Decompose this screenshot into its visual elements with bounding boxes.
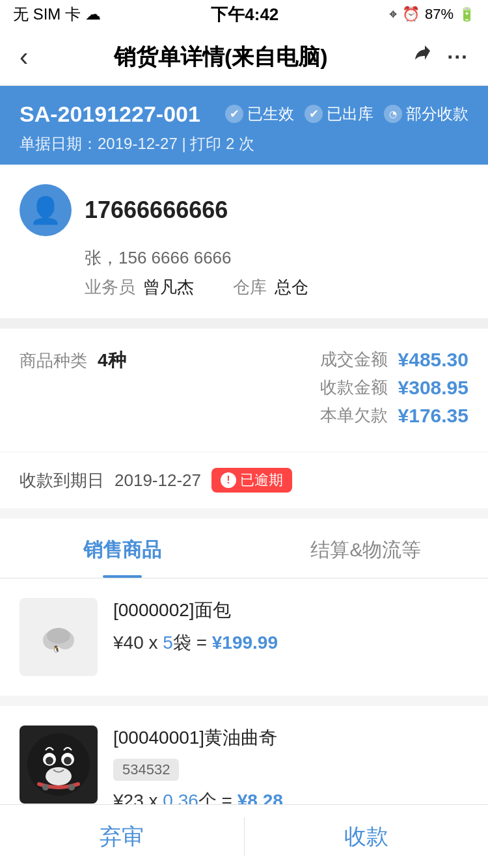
battery-icon: 🔋 (459, 7, 475, 22)
effective-icon: ✔ (225, 105, 243, 123)
doc-date: 单据日期：2019-12-27 | 打印 2 次 (20, 133, 468, 154)
salesperson-value: 曾凡杰 (143, 276, 194, 299)
avatar: 👤 (20, 184, 72, 236)
owed-amount-label: 本单欠款 (320, 404, 388, 427)
product-types-label: 商品种类 (20, 349, 87, 372)
deal-amount-value: ¥485.30 (398, 349, 468, 371)
tabs-row: 销售商品 结算&物流等 (0, 519, 488, 578)
status-time: 下午4:42 (211, 3, 278, 26)
partial-icon: ◔ (384, 105, 402, 123)
nav-right: ··· (413, 44, 468, 70)
due-date-value: 2019-12-27 (115, 470, 201, 491)
tabs-section: 销售商品 结算&物流等 (0, 519, 488, 578)
warehouse-label: 仓库 (233, 276, 267, 299)
received-amount-label: 收款金额 (320, 376, 388, 399)
location-icon: ⌖ (389, 6, 397, 23)
nav-bar: ‹ 销货单详情(来自电脑) ··· (0, 29, 488, 86)
product-info-bread: [0000002]面包 ¥40 x 5袋 = ¥199.99 (113, 598, 468, 655)
status-right: ⌖ ⏰ 87% 🔋 (389, 6, 475, 23)
back-button[interactable]: ‹ (20, 42, 28, 72)
partial-label: 部分收款 (406, 103, 468, 124)
due-date-section: 收款到期日 2019-12-27 ! 已逾期 (0, 452, 488, 508)
overdue-icon: ! (221, 472, 236, 488)
svg-point-7 (46, 757, 53, 765)
svg-text:🐧: 🐧 (52, 645, 61, 653)
customer-contact: 张，156 6666 6666 (20, 247, 468, 269)
status-badges: ✔ 已生效 ✔ 已出库 ◔ 部分收款 (225, 103, 468, 124)
owed-amount-row: 本单欠款 ¥176.35 (244, 404, 468, 427)
product-price-bread: ¥40 x 5袋 = ¥199.99 (113, 631, 468, 655)
collect-button[interactable]: 收款 (245, 805, 489, 868)
order-id: SA-20191227-001 (20, 102, 200, 127)
customer-row: 👤 17666666666 (20, 184, 468, 236)
badge-effective: ✔ 已生效 (225, 103, 294, 124)
product-name-cookie: [00040001]黄油曲奇 (113, 726, 468, 750)
tab-settlement[interactable]: 结算&物流等 (244, 519, 488, 578)
warehouse-info: 仓库 总仓 (233, 276, 308, 299)
tab-settlement-label: 结算&物流等 (310, 539, 421, 560)
salesperson-label: 业务员 (85, 276, 135, 299)
divider-1 (0, 318, 488, 329)
product-image-bread: 🐧 (20, 598, 98, 676)
header-banner: SA-20191227-001 ✔ 已生效 ✔ 已出库 ◔ 部分收款 单据日期：… (0, 86, 488, 165)
customer-name: 17666666666 (85, 197, 228, 224)
badge-partial: ◔ 部分收款 (384, 103, 468, 124)
svg-point-11 (68, 784, 75, 791)
product-image-cookie (20, 726, 98, 804)
status-left: 无 SIM 卡 ☁ (13, 4, 101, 25)
deal-amount-label: 成交金额 (320, 348, 388, 371)
nav-title: 销货单详情(来自电脑) (114, 42, 328, 72)
summary-section: 商品种类 4种 成交金额 ¥485.30 收款金额 ¥308.95 本单欠款 ¥… (0, 329, 488, 452)
effective-label: 已生效 (247, 103, 294, 124)
bottom-toolbar: 弃审 收款 (0, 804, 488, 868)
warehouse-value: 总仓 (275, 276, 308, 299)
reject-button[interactable]: 弃审 (0, 805, 244, 868)
product-info-cookie: [00040001]黄油曲奇 534532 ¥23 x 0.36个 = ¥8.2… (113, 726, 468, 813)
battery-status: 87% (425, 6, 454, 23)
avatar-icon: 👤 (29, 195, 62, 226)
overdue-text: 已逾期 (240, 470, 283, 490)
status-bar: 无 SIM 卡 ☁ 下午4:42 ⌖ ⏰ 87% 🔋 (0, 0, 488, 29)
sim-status: 无 SIM 卡 ☁ (13, 4, 101, 25)
deal-amount-row: 成交金额 ¥485.30 (244, 348, 468, 371)
due-date-label: 收款到期日 (20, 469, 104, 492)
product-name-bread: [0000002]面包 (113, 598, 468, 623)
nav-left: ‹ (20, 42, 28, 72)
badge-shipped: ✔ 已出库 (305, 103, 373, 124)
product-list: 🐧 [0000002]面包 ¥40 x 5袋 = ¥199.99 (0, 578, 488, 833)
svg-point-9 (46, 767, 72, 785)
product-item: 🐧 [0000002]面包 ¥40 x 5袋 = ¥199.99 (0, 578, 488, 696)
summary-left: 商品种类 4种 (20, 348, 244, 373)
shipped-icon: ✔ (305, 105, 323, 123)
overdue-badge: ! 已逾期 (211, 468, 292, 493)
owed-amount-value: ¥176.35 (398, 405, 468, 427)
received-amount-value: ¥308.95 (398, 377, 468, 399)
customer-section: 👤 17666666666 张，156 6666 6666 业务员 曾凡杰 仓库… (0, 165, 488, 318)
tab-sales-label: 销售商品 (83, 539, 161, 560)
tab-sales-products[interactable]: 销售商品 (0, 519, 244, 578)
received-amount-row: 收款金额 ¥308.95 (244, 376, 468, 399)
more-button[interactable]: ··· (447, 45, 468, 69)
customer-meta: 业务员 曾凡杰 仓库 总仓 (20, 276, 468, 299)
product-tag-cookie: 534532 (113, 759, 179, 781)
salesperson-info: 业务员 曾凡杰 (85, 276, 194, 299)
product-types-value: 4种 (98, 348, 126, 373)
alarm-icon: ⏰ (402, 6, 420, 23)
share-button[interactable] (413, 44, 434, 70)
svg-point-10 (42, 784, 49, 791)
tab-underline (103, 575, 142, 578)
product-types-row: 商品种类 4种 (20, 348, 244, 373)
summary-right: 成交金额 ¥485.30 收款金额 ¥308.95 本单欠款 ¥176.35 (244, 348, 468, 432)
shipped-label: 已出库 (327, 103, 373, 124)
svg-point-2 (47, 628, 70, 644)
svg-point-8 (64, 757, 72, 765)
